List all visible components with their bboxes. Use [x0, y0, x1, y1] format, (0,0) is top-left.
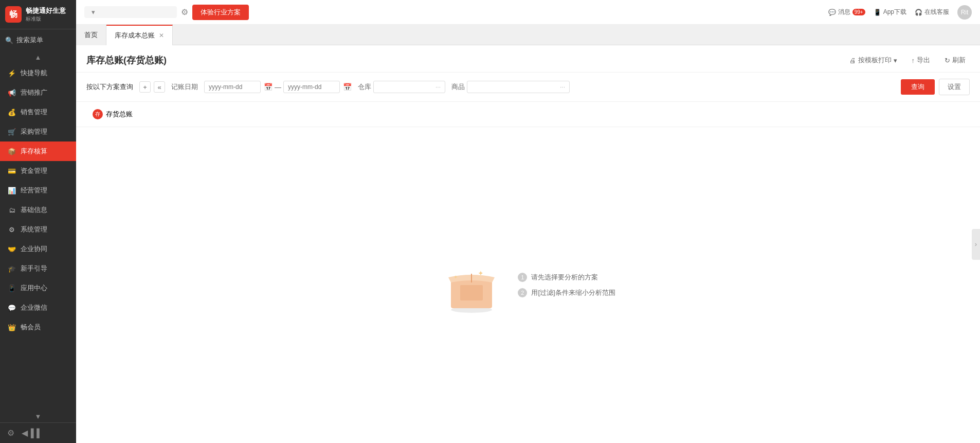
- sidebar-item-finance[interactable]: 💳 资金管理: [0, 161, 76, 181]
- tip-item-1: 1 请先选择要分析的方案: [518, 273, 615, 282]
- svg-rect-3: [460, 285, 483, 300]
- base-info-icon: 🗂: [7, 205, 16, 215]
- tab-inventory-cost-label: 库存成本总账: [115, 31, 155, 40]
- sidebar-item-label: 采购管理: [21, 127, 47, 136]
- sidebar-scroll-down[interactable]: ▼: [0, 410, 76, 422]
- wechat-icon: 💬: [7, 303, 16, 312]
- purchase-icon: 🛒: [7, 127, 16, 136]
- filter-scheme-label: 按以下方案查询: [86, 82, 133, 92]
- app-name: 畅捷通好生意: [26, 7, 66, 15]
- sidebar-item-label: 经营管理: [21, 186, 47, 195]
- print-template-button[interactable]: 🖨 按模板打印 ▾: [845, 54, 901, 67]
- search-menu-button[interactable]: 🔍 搜索菜单: [5, 33, 71, 47]
- tab-close-icon[interactable]: ✕: [159, 32, 164, 39]
- date-start-input[interactable]: [204, 81, 261, 93]
- scheme-item-label: 存货总账: [106, 110, 133, 119]
- user-name-display: Rit: [961, 9, 969, 16]
- right-panel-toggle[interactable]: ›: [972, 229, 980, 260]
- filter-right-actions: 查询 设置: [901, 79, 970, 95]
- sidebar-item-label: 销售管理: [21, 108, 47, 117]
- warehouse-more-icon[interactable]: ···: [435, 83, 441, 91]
- sidebar-item-member[interactable]: 👑 畅会员: [0, 317, 76, 337]
- tab-home-label: 首页: [84, 30, 98, 40]
- panel-toggle-icon: ›: [975, 240, 977, 248]
- sidebar-item-coop[interactable]: 🤝 企业协同: [0, 239, 76, 259]
- tip-item-2: 2 用[过滤]条件来缩小分析范围: [518, 288, 615, 297]
- sidebar-item-operation[interactable]: 📊 经营管理: [0, 181, 76, 200]
- quick-nav-icon: ⚡: [7, 68, 16, 78]
- settings-button[interactable]: 设置: [939, 79, 970, 95]
- coop-icon: 🤝: [7, 244, 16, 254]
- sidebar-item-app-center[interactable]: 📱 应用中心: [0, 278, 76, 298]
- sidebar-item-purchase[interactable]: 🛒 采购管理: [0, 122, 76, 141]
- date-end-input[interactable]: [283, 81, 340, 93]
- sidebar-item-sales[interactable]: 💰 销售管理: [0, 102, 76, 122]
- system-icon: ⚙: [7, 225, 16, 234]
- empty-box-svg: ✦ ✦: [441, 254, 502, 316]
- sidebar-item-label: 畅会员: [21, 323, 41, 332]
- query-button[interactable]: 查询: [901, 79, 935, 95]
- print-icon: 🖨: [849, 57, 856, 64]
- app-download-button[interactable]: 📱 App下载: [874, 8, 906, 16]
- audio-footer-icon[interactable]: ◀▐▐: [22, 428, 40, 438]
- topbar-search-area[interactable]: ▾: [84, 6, 177, 18]
- marketing-icon: 📢: [7, 88, 16, 97]
- tip-text-2: 用[过滤]条件来缩小分析范围: [531, 288, 615, 297]
- sidebar-item-wechat[interactable]: 💬 企业微信: [0, 298, 76, 317]
- sidebar-scroll-up[interactable]: ▲: [0, 51, 76, 63]
- calendar-start-icon[interactable]: 📅: [264, 83, 273, 91]
- tab-inventory-cost[interactable]: 库存成本总账 ✕: [106, 25, 173, 45]
- message-button[interactable]: 💬 消息 99+: [828, 8, 865, 16]
- page-header-actions: 🖨 按模板打印 ▾ ↑ 导出 ↻ 刷新: [845, 54, 970, 67]
- online-service-button[interactable]: 🎧 在线客服: [915, 8, 949, 16]
- sidebar-item-quick-nav[interactable]: ⚡ 快捷导航: [0, 63, 76, 83]
- export-button[interactable]: ↑ 导出: [908, 54, 935, 67]
- product-label: 商品: [451, 82, 465, 92]
- app-version: 标准版: [26, 15, 66, 22]
- product-more-icon[interactable]: ···: [560, 83, 565, 91]
- settings-footer-icon[interactable]: ⚙: [7, 428, 14, 438]
- add-scheme-button[interactable]: +: [139, 81, 151, 93]
- topbar-gear-icon[interactable]: ⚙: [181, 7, 188, 17]
- sidebar-item-label: 基础信息: [21, 205, 47, 215]
- tab-home[interactable]: 首页: [76, 25, 106, 45]
- finance-icon: 💳: [7, 166, 16, 175]
- topbar-dropdown-icon[interactable]: ▾: [92, 8, 95, 16]
- sidebar-item-label: 系统管理: [21, 225, 47, 234]
- sidebar-item-inventory[interactable]: 📦 库存核算: [0, 141, 76, 161]
- tip-number-2: 2: [518, 288, 527, 297]
- footer-actions: ⚙ ◀▐▐: [7, 428, 40, 438]
- collapse-scheme-button[interactable]: «: [154, 81, 165, 93]
- empty-tips: 1 请先选择要分析的方案 2 用[过滤]条件来缩小分析范围: [518, 273, 615, 297]
- scheme-item-inventory-ledger[interactable]: 存 存货总账: [86, 106, 139, 122]
- empty-illustration: ✦ ✦: [441, 254, 502, 316]
- product-filter-group: 商品 ···: [451, 81, 570, 93]
- sidebar-item-guide[interactable]: 🎓 新手引导: [0, 259, 76, 278]
- refresh-button[interactable]: ↻ 刷新: [940, 54, 970, 67]
- user-avatar[interactable]: Rit: [957, 5, 972, 20]
- warehouse-select[interactable]: ···: [373, 81, 445, 93]
- message-icon: 💬: [828, 9, 836, 16]
- sidebar-item-label: 快捷导航: [21, 68, 47, 78]
- page-header: 库存总账(存货总账) 🖨 按模板打印 ▾ ↑ 导出 ↻ 刷新: [76, 45, 980, 73]
- scheme-section: 存 存货总账: [76, 102, 980, 127]
- industry-solution-button[interactable]: 体验行业方案: [192, 5, 249, 20]
- sidebar-item-base-info[interactable]: 🗂 基础信息: [0, 200, 76, 220]
- app-center-icon: 📱: [7, 283, 16, 293]
- calendar-end-icon[interactable]: 📅: [343, 83, 352, 91]
- sidebar-item-label: 应用中心: [21, 283, 47, 293]
- date-separator: —: [275, 83, 281, 91]
- warehouse-filter-group: 仓库 ···: [358, 81, 445, 93]
- sidebar-item-system[interactable]: ⚙ 系统管理: [0, 220, 76, 239]
- topbar-right: 💬 消息 99+ 📱 App下载 🎧 在线客服 Rit: [828, 5, 972, 20]
- print-dropdown-icon[interactable]: ▾: [894, 57, 897, 64]
- product-select[interactable]: ···: [467, 81, 570, 93]
- sidebar-item-marketing[interactable]: 📢 营销推广: [0, 83, 76, 102]
- date-field-label: 记账日期: [171, 82, 198, 92]
- sidebar-footer: ⚙ ◀▐▐: [0, 422, 76, 443]
- inventory-icon: 📦: [7, 147, 16, 156]
- app-logo: 畅 畅捷通好生意 标准版: [0, 0, 76, 29]
- sidebar-nav: ⚡ 快捷导航 📢 营销推广 💰 销售管理 🛒 采购管理 📦 库存核算 💳 资金管…: [0, 63, 76, 410]
- sidebar: 畅 畅捷通好生意 标准版 🔍 搜索菜单 ▲ ⚡ 快捷导航 📢 营销推广 💰 销售…: [0, 0, 76, 443]
- sales-icon: 💰: [7, 108, 16, 117]
